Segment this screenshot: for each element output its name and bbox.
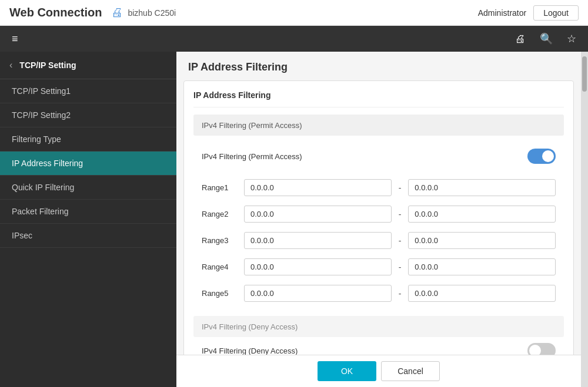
ipv4-deny-section-header: IPv4 Filtering (Deny Access) bbox=[193, 316, 564, 337]
section-title: IP Address Filtering bbox=[193, 90, 564, 107]
device-info: 🖨 bizhub C250i bbox=[111, 6, 176, 19]
sidebar-header: ‹ TCP/IP Setting bbox=[0, 52, 176, 79]
ipv4-deny-label: IPv4 Filtering (Deny Access) bbox=[202, 346, 298, 355]
navbar-left: ≡ bbox=[7, 28, 23, 50]
range5-dash: - bbox=[399, 289, 402, 298]
sidebar-item-tcpip1[interactable]: TCP/IP Setting1 bbox=[0, 79, 176, 103]
ipv4-permit-section-title: IPv4 Filtering (Permit Access) bbox=[202, 121, 302, 130]
range5-label: Range5 bbox=[202, 289, 237, 298]
ipv4-deny-section-title: IPv4 Filtering (Deny Access) bbox=[202, 322, 298, 331]
scroll-thumb bbox=[582, 56, 587, 92]
sidebar-item-packet-filtering[interactable]: Packet Filtering bbox=[0, 200, 176, 224]
page-title: IP Address Filtering bbox=[176, 52, 581, 80]
sidebar-item-filtering-type[interactable]: Filtering Type bbox=[0, 127, 176, 152]
device-name: bizhub C250i bbox=[128, 8, 176, 18]
hamburger-icon[interactable]: ≡ bbox=[7, 28, 23, 50]
range1-label: Range1 bbox=[202, 183, 237, 192]
logout-button[interactable]: Logout bbox=[533, 5, 579, 21]
range5-from-input[interactable] bbox=[244, 285, 392, 302]
cancel-button[interactable]: Cancel bbox=[381, 361, 440, 381]
range3-label: Range3 bbox=[202, 236, 237, 245]
range4-row: Range4 - bbox=[193, 254, 564, 280]
range1-dash: - bbox=[399, 183, 402, 193]
back-button[interactable]: ‹ bbox=[9, 60, 12, 70]
range1-from-input[interactable] bbox=[244, 179, 392, 196]
content-inner: IP Address Filtering IPv4 Filtering (Per… bbox=[183, 80, 574, 374]
range3-dash: - bbox=[399, 236, 402, 245]
sidebar-title: TCP/IP Setting bbox=[19, 60, 76, 70]
ok-button[interactable]: OK bbox=[318, 361, 376, 381]
header-left: Web Connection 🖨 bizhub C250i bbox=[9, 6, 176, 19]
range3-from-input[interactable] bbox=[244, 232, 392, 249]
sidebar: ‹ TCP/IP Setting TCP/IP Setting1 TCP/IP … bbox=[0, 52, 176, 387]
range3-to-input[interactable] bbox=[408, 232, 556, 249]
range4-from-input[interactable] bbox=[244, 258, 392, 275]
navbar: ≡ 🖨 🔍 ☆ bbox=[0, 26, 588, 52]
printer-nav-icon[interactable]: 🖨 bbox=[510, 28, 530, 50]
app-header: Web Connection 🖨 bizhub C250i Administra… bbox=[0, 0, 588, 26]
sidebar-item-tcpip2[interactable]: TCP/IP Setting2 bbox=[0, 103, 176, 127]
range2-label: Range2 bbox=[202, 210, 237, 218]
ipv4-permit-section-header: IPv4 Filtering (Permit Access) bbox=[193, 115, 564, 136]
sidebar-item-ip-address-filtering[interactable]: IP Address Filtering bbox=[0, 152, 176, 176]
printer-icon: 🖨 bbox=[111, 6, 123, 19]
range2-row: Range2 - bbox=[193, 201, 564, 227]
app-logo: Web Connection bbox=[9, 6, 102, 19]
range4-dash: - bbox=[399, 263, 402, 272]
range4-label: Range4 bbox=[202, 263, 237, 271]
range2-dash: - bbox=[399, 210, 402, 219]
footer-bar: OK Cancel bbox=[176, 355, 581, 387]
toggle-knob bbox=[542, 150, 554, 162]
search-icon[interactable]: 🔍 bbox=[535, 28, 557, 50]
main-layout: ‹ TCP/IP Setting TCP/IP Setting1 TCP/IP … bbox=[0, 52, 588, 387]
ipv4-permit-toggle-row: IPv4 Filtering (Permit Access) bbox=[193, 143, 564, 170]
header-right: Administrator Logout bbox=[478, 5, 579, 21]
range2-from-input[interactable] bbox=[244, 206, 392, 223]
star-icon[interactable]: ☆ bbox=[562, 28, 581, 50]
range4-to-input[interactable] bbox=[408, 258, 556, 275]
range5-row: Range5 - bbox=[193, 280, 564, 307]
navbar-right: 🖨 🔍 ☆ bbox=[510, 28, 581, 50]
range1-to-input[interactable] bbox=[408, 179, 556, 196]
content-area: IP Address Filtering IP Address Filterin… bbox=[176, 52, 581, 387]
ipv4-permit-toggle[interactable] bbox=[527, 149, 556, 164]
sidebar-item-ipsec[interactable]: IPsec bbox=[0, 224, 176, 248]
range3-row: Range3 - bbox=[193, 227, 564, 254]
sidebar-item-quick-ip[interactable]: Quick IP Filtering bbox=[0, 176, 176, 200]
admin-label: Administrator bbox=[478, 8, 526, 18]
range5-to-input[interactable] bbox=[408, 285, 556, 302]
ipv4-permit-label: IPv4 Filtering (Permit Access) bbox=[202, 152, 302, 161]
range2-to-input[interactable] bbox=[408, 206, 556, 223]
scrollbar[interactable] bbox=[581, 52, 588, 387]
range1-row: Range1 - bbox=[193, 174, 564, 201]
